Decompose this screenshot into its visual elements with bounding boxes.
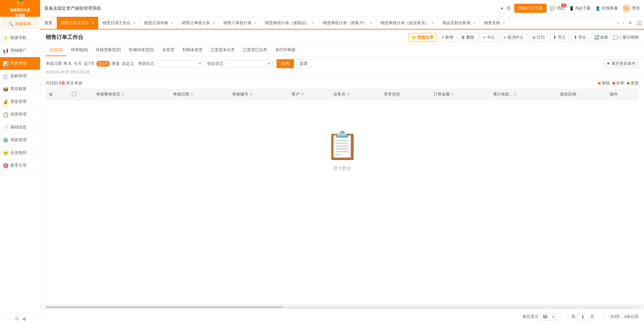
smart-create-button[interactable]: 🌟 智能生单	[408, 33, 436, 42]
subtab-wangpu-pending[interactable]: 旺铺待发货(0)	[125, 44, 158, 56]
sidebar-item-base[interactable]: 📄基础信息	[0, 121, 40, 134]
import-button[interactable]: ⬇ 导入	[550, 33, 568, 42]
scrollbar-thumb[interactable]	[46, 306, 283, 308]
tab-cash-reconcile[interactable]: 钱货日清对账✕	[140, 17, 178, 29]
tab-home[interactable]: 首页	[40, 17, 57, 29]
date-filter-昨天[interactable]: 昨天	[64, 61, 72, 67]
sort-icon-amount[interactable]: ⇅	[451, 92, 454, 96]
sort-icon-date[interactable]: ⇅	[190, 92, 194, 96]
tab-sales-stat-customer[interactable]: 销货单统计表（按客户）✕	[319, 17, 377, 29]
settings-icon[interactable]: ⚙	[15, 316, 19, 321]
sidebar-item-finance[interactable]: 💰资金管理	[0, 95, 40, 108]
date-filter-更多[interactable]: 更多	[112, 61, 120, 67]
tab-product-margin[interactable]: 商品毛利分析表✕	[438, 17, 480, 29]
tab-close-sales-stat[interactable]: ✕	[212, 21, 215, 25]
subtab-pending-review[interactable]: 待审核(0)	[67, 44, 92, 56]
payment-status-select[interactable]	[225, 60, 272, 68]
sidebar-item-marketing[interactable]: 📢营销推广	[0, 44, 40, 57]
sort-icon-customer[interactable]: ⇅	[301, 92, 304, 96]
op-dot-ship	[627, 82, 630, 85]
refresh-button[interactable]: 🔄 刷新	[591, 33, 611, 42]
tab-cash-daily[interactable]: 钱货日清工作台✕	[98, 17, 140, 29]
app-download-button[interactable]: 📱 App下载	[569, 5, 591, 11]
tab-close-all[interactable]: ✕	[626, 20, 634, 26]
th-setting[interactable]: ⚙	[46, 89, 69, 100]
sort-icon-number[interactable]: ⇅	[249, 92, 253, 96]
sidebar-item-inventory[interactable]: 📦库存核算	[0, 83, 40, 95]
th-check[interactable]	[69, 89, 93, 100]
show-detail-checkbox-label[interactable]: □ 显示明细	[613, 35, 639, 40]
message-button[interactable]: 💬 消息 6	[550, 5, 564, 11]
solution-button[interactable]: 体验行业方案	[514, 4, 547, 13]
table-op-abandon[interactable]: 弃审	[612, 80, 624, 86]
table-op-review[interactable]: 审核	[598, 80, 610, 86]
last-page-button[interactable]: »	[602, 314, 607, 320]
date-filter-近7天[interactable]: 近7天	[84, 61, 94, 67]
cancel-stop-button[interactable]: ⊙ 取消中止	[500, 33, 527, 42]
tab-close-sales-stat-customer[interactable]: ✕	[370, 21, 372, 25]
expand-filter-button[interactable]: ▼ 展开更多条件	[603, 59, 639, 68]
sort-icon-staff[interactable]: ⇅	[346, 92, 350, 96]
subtab-not-printed[interactable]: 未打印单据	[271, 44, 299, 56]
user-menu[interactable]: Ea 用友	[622, 4, 640, 12]
tab-close-sales-rate[interactable]: ✕	[503, 21, 505, 25]
tab-close-cash-reconcile[interactable]: ✕	[171, 21, 173, 25]
tab-sales-stat-staff[interactable]: 销货单统计表（按业务员）✕	[377, 17, 438, 29]
date-filter-今天[interactable]: 今天	[74, 61, 82, 67]
tab-sales-exec[interactable]: 销售订单执行表✕	[219, 17, 261, 29]
settings-gear-icon[interactable]: ⚙	[506, 5, 511, 11]
sort-icon-collected[interactable]: ⇅	[514, 92, 517, 96]
subtab-not-shipped[interactable]: 未发货	[158, 44, 178, 56]
subtab-expired-not-shipped[interactable]: 到期未发货	[178, 44, 207, 56]
query-button[interactable]: 查询	[276, 59, 294, 68]
subtab-all[interactable]: 全部(0)	[46, 44, 67, 56]
print-button[interactable]: 🖨 打印	[529, 33, 548, 42]
tab-close-sales-workbench[interactable]: ✕	[91, 21, 94, 25]
tab-sales-rate[interactable]: 销售毛利✕	[480, 17, 510, 29]
show-detail-checkbox[interactable]	[613, 35, 618, 40]
table-op-ship[interactable]: 发货	[627, 80, 639, 86]
tab-close-sales-exec[interactable]: ✕	[254, 21, 257, 25]
tab-sales-workbench[interactable]: 销售订单工作台✕	[57, 17, 98, 29]
tab-scroll-left[interactable]: ‹	[615, 20, 621, 26]
nav-label-marketing: 营销推广	[10, 48, 27, 53]
export-button[interactable]: ⬆ 导出	[571, 33, 589, 42]
tab-close-product-margin[interactable]: ✕	[473, 21, 476, 25]
page-input[interactable]	[577, 314, 589, 320]
subtab-pending-inspection[interactable]: 待拣货验货(0)	[92, 44, 125, 56]
select-all-checkbox[interactable]	[72, 92, 76, 96]
sidebar-item-quick-nav[interactable]: ⚡快捷导航	[0, 32, 40, 44]
setting-button[interactable]: 设置	[296, 59, 311, 68]
sidebar-item-sales[interactable]: 📊销售管理	[0, 57, 40, 70]
next-page-button[interactable]: ›	[596, 314, 600, 320]
bill-status-select[interactable]	[156, 60, 203, 68]
tab-sales-stat-product[interactable]: 销货单统计表（按商品）✕	[261, 17, 319, 29]
th-label-status: 单据整体状态	[96, 92, 120, 96]
subtab-shipped-not-out[interactable]: 已发货未出库	[207, 44, 239, 56]
add-button[interactable]: + 新增	[439, 33, 456, 42]
tab-scroll-right[interactable]: ›	[620, 20, 626, 26]
tab-maximize[interactable]: ⬜	[634, 20, 644, 26]
subtab-shipped-out[interactable]: 已发货已出库	[239, 44, 271, 56]
page-size-select[interactable]: 50 20 100	[541, 314, 556, 320]
prev-page-button[interactable]: ‹	[565, 314, 570, 320]
sidebar-item-purchase[interactable]: 🛒采购管理	[0, 70, 40, 83]
delete-button[interactable]: 🗑 删除	[458, 33, 477, 42]
tab-close-cash-daily[interactable]: ✕	[133, 21, 136, 25]
search-menu-button[interactable]: 🔍 搜索菜单	[2, 19, 38, 29]
sort-icon-status[interactable]: ⇅	[121, 92, 125, 96]
date-filter-自定义[interactable]: 自定义	[122, 61, 134, 67]
collapse-icon[interactable]: ◀	[22, 316, 26, 321]
online-service-button[interactable]: 👤 在线客服	[595, 5, 618, 11]
first-page-button[interactable]: «	[558, 314, 564, 320]
sidebar-item-operations[interactable]: 📋经营管理	[0, 108, 40, 121]
tab-close-sales-stat-staff[interactable]: ✕	[431, 21, 434, 25]
sidebar-item-enterprise[interactable]: 🤝企业协同	[0, 147, 40, 159]
tab-close-sales-stat-product[interactable]: ✕	[312, 21, 314, 25]
stop-button[interactable]: ⊙ 中止	[479, 33, 498, 42]
date-filter-近1月[interactable]: 近1月	[96, 61, 110, 67]
sidebar-item-guide[interactable]: 🎯新手引导	[0, 159, 40, 172]
sidebar-item-system[interactable]: ⚙️系统管理	[0, 134, 40, 147]
tab-sales-stat[interactable]: 销售订单统计表✕	[178, 17, 219, 29]
system-title-dropdown[interactable]: ▾	[501, 6, 503, 11]
